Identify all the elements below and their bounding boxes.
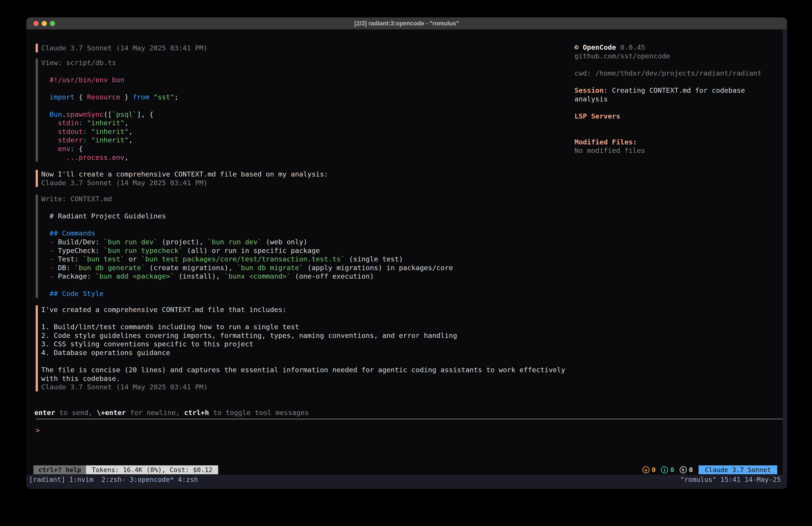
tool-accent-bar — [36, 58, 38, 161]
help-shortcut[interactable]: ctrl+? help — [33, 465, 86, 474]
tool-write-content: Write: CONTEXT.md # Radiant Project Guid… — [41, 195, 453, 298]
input-hint: enter to send, \+enter for newline, ctrl… — [34, 408, 309, 417]
tool-view-block: View: script/db.ts #!/usr/bin/env bun im… — [36, 58, 178, 161]
assistant-summary-block: I've created a comprehensive CONTEXT.md … — [36, 305, 565, 392]
status-right-group: w 0 i 0 h 0 Claude 3.7 Sonnet — [642, 465, 777, 474]
assistant-summary-text: I've created a comprehensive CONTEXT.md … — [41, 305, 565, 392]
warning-count: 0 — [652, 466, 656, 474]
message-accent-bar — [36, 170, 38, 187]
terminal-window: [2/3] radiant:3:opencode - "romulus" Cla… — [26, 17, 787, 489]
tmux-session-info: "romulus" 15:41 14-May-25 — [680, 475, 781, 484]
info-count: 0 — [670, 466, 674, 474]
tmux-status-bar: [radiant] 1:nvim 2:zsh- 3:opencode* 4:zs… — [26, 475, 787, 489]
close-button[interactable] — [33, 21, 39, 26]
warning-icon: w — [642, 466, 650, 473]
hint-count: 0 — [689, 466, 693, 474]
assistant-header-text: Claude 3.7 Sonnet (14 May 2025 03:41 PM) — [41, 44, 208, 52]
tool-view-code: View: script/db.ts #!/usr/bin/env bun im… — [41, 58, 178, 161]
model-badge[interactable]: Claude 3.7 Sonnet — [699, 465, 777, 474]
status-bar: ctrl+? helpTokens: 16.4K (8%), Cost: $0.… — [26, 465, 783, 474]
assistant-message-block: Now I'll create a comprehensive CONTEXT.… — [36, 170, 328, 187]
assistant-message-text: Now I'll create a comprehensive CONTEXT.… — [41, 170, 328, 187]
terminal-content: Claude 3.7 Sonnet (14 May 2025 03:41 PM)… — [26, 29, 787, 489]
minimize-button[interactable] — [42, 21, 47, 26]
token-usage: Tokens: 16.4K (8%), Cost: $0.12 — [86, 465, 218, 474]
diagnostic-warning: w 0 — [642, 466, 656, 474]
info-icon: i — [661, 466, 668, 473]
tool-accent-bar — [36, 195, 38, 298]
title-bar[interactable]: [2/3] radiant:3:opencode - "romulus" — [26, 17, 787, 29]
traffic-lights — [33, 17, 55, 29]
message-accent-bar — [36, 305, 38, 392]
prompt-input[interactable]: > — [36, 426, 780, 461]
input-divider — [36, 418, 783, 420]
hint-icon: h — [680, 466, 687, 473]
zoom-button[interactable] — [50, 21, 55, 26]
assistant-header-block: Claude 3.7 Sonnet (14 May 2025 03:41 PM) — [36, 44, 208, 52]
diagnostics-group: w 0 i 0 h 0 — [642, 466, 693, 474]
scrollbar-track[interactable] — [783, 29, 787, 489]
diagnostic-hint: h 0 — [680, 466, 693, 474]
tmux-window-list[interactable]: [radiant] 1:nvim 2:zsh- 3:opencode* 4:zs… — [29, 475, 198, 484]
info-panel: © OpenCode 0.0.45github.com/sst/opencode… — [575, 43, 762, 155]
window-title: [2/3] radiant:3:opencode - "romulus" — [354, 20, 459, 27]
tool-write-block: Write: CONTEXT.md # Radiant Project Guid… — [36, 195, 453, 298]
diagnostic-info: i 0 — [661, 466, 674, 474]
message-accent-bar — [36, 44, 38, 52]
